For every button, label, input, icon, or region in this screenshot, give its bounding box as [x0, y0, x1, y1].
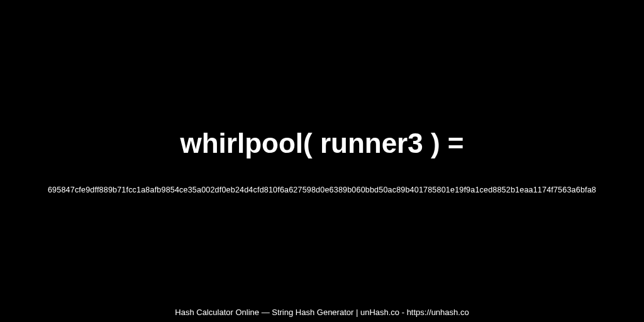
hash-title: whirlpool( runner3 ) = — [180, 128, 464, 159]
hash-value: 695847cfe9dff889b71fcc1a8afb9854ce35a002… — [48, 186, 596, 194]
main-content: whirlpool( runner3 ) = 695847cfe9dff889b… — [0, 128, 644, 194]
footer-text: Hash Calculator Online — String Hash Gen… — [0, 308, 644, 317]
